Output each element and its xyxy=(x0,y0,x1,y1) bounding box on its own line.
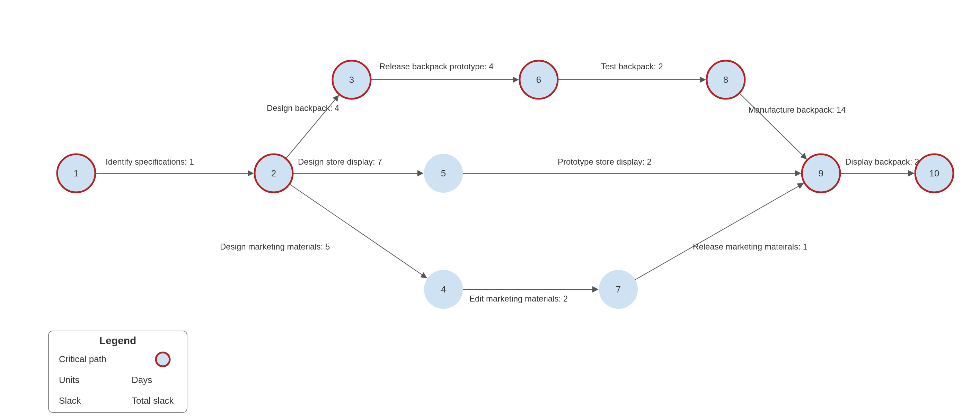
legend-critical-swatch xyxy=(156,352,170,366)
node-label-6: 6 xyxy=(536,75,541,85)
node-label-2: 2 xyxy=(271,168,276,178)
node-label-1: 1 xyxy=(74,168,79,178)
edge-label-8-9: Manufacture backpack: 14 xyxy=(748,105,846,115)
edge-8-9 xyxy=(739,93,807,159)
edge-7-9 xyxy=(635,183,803,280)
node-label-5: 5 xyxy=(441,168,446,178)
legend-row-0-left: Critical path xyxy=(59,354,107,364)
node-label-7: 7 xyxy=(616,284,621,295)
legend-row-2-right: Total slack xyxy=(132,395,174,406)
edge-label-4-7: Edit marketing materials: 2 xyxy=(469,294,568,303)
node-label-4: 4 xyxy=(441,284,446,295)
edge-label-6-8: Test backpack: 2 xyxy=(601,62,663,71)
edge-label-2-4: Design marketing materials: 5 xyxy=(220,242,330,251)
edge-label-2-5: Design store display: 7 xyxy=(298,157,382,166)
edge-label-2-3: Design backpack: 4 xyxy=(267,103,339,113)
edge-label-3-6: Release backpack prototype: 4 xyxy=(379,62,494,71)
legend-row-1-right: Days xyxy=(132,374,152,385)
edge-label-7-9: Release marketing mateirals: 1 xyxy=(693,242,808,251)
edge-2-4 xyxy=(289,184,426,278)
legend-row-1-left: Units xyxy=(59,374,80,385)
legend-title: Legend xyxy=(99,335,137,346)
edge-label-1-2: Identify specifications: 1 xyxy=(106,157,194,166)
edge-label-9-10: Display backpack: 2 xyxy=(845,157,919,166)
network-diagram: Identify specifications: 1Design backpac… xyxy=(0,0,980,419)
legend-row-2-left: Slack xyxy=(59,395,81,406)
node-label-9: 9 xyxy=(819,168,823,178)
node-label-10: 10 xyxy=(929,168,939,178)
node-label-3: 3 xyxy=(349,75,354,85)
node-label-8: 8 xyxy=(723,75,728,85)
edge-label-5-9: Prototype store display: 2 xyxy=(558,157,652,166)
